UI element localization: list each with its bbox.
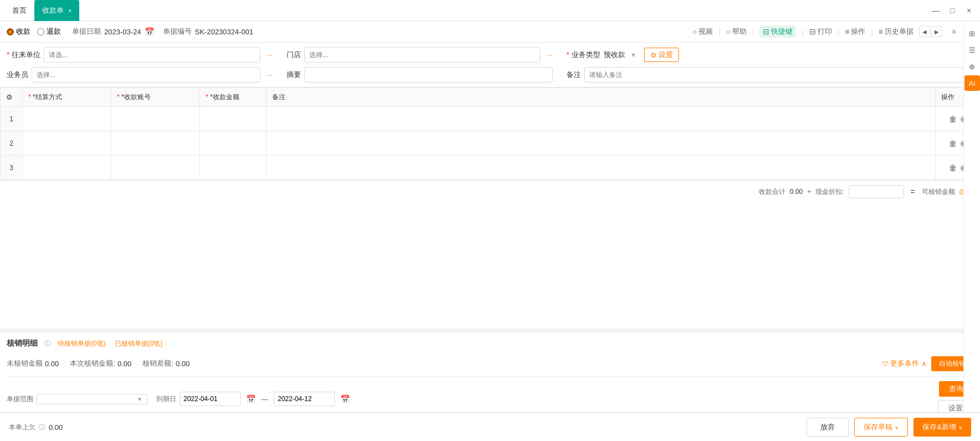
bottom-right: 放弃 保存草稿 ∨ 保存&新增 ∨ <box>807 418 971 437</box>
delete-row-icon[interactable]: 🗑 <box>949 115 957 124</box>
table-settings-th[interactable]: ⚙ <box>1 88 23 107</box>
store-label: 门店 <box>287 50 301 60</box>
close-window-button[interactable]: × <box>962 4 976 17</box>
note-input[interactable] <box>584 67 973 83</box>
save-draft-button[interactable]: 保存草稿 ∨ <box>854 418 908 437</box>
video-icon: ○ <box>692 27 697 36</box>
list-layout-btn[interactable]: ≡ <box>948 25 960 38</box>
prev-arrow[interactable]: ◀ <box>919 26 930 37</box>
shortcut-tool[interactable]: ⊟ 快捷键 <box>759 25 796 38</box>
bottom-left: 本单上欠 ⓘ 0.00 <box>9 423 63 432</box>
minimize-button[interactable]: — <box>929 4 942 17</box>
date-to-input[interactable] <box>274 392 335 406</box>
equals-sign: = <box>911 187 915 196</box>
discount-input[interactable] <box>849 185 904 198</box>
row-num-1: 1 <box>1 107 23 131</box>
unverified-label: 未核销金额 <box>7 358 43 368</box>
delete-row-2-icon[interactable]: 🗑 <box>949 139 957 148</box>
counterpart-more-icon[interactable]: ··· <box>266 50 273 59</box>
maximize-button[interactable]: □ <box>946 4 959 17</box>
header-meta: 单据日期 2023-03-24 📅 单据编号 SK-20230324-001 <box>72 27 681 37</box>
filter-icon: ▽ <box>882 360 888 368</box>
note-field: 备注 <box>566 67 973 83</box>
more-conditions-label: 更多条件 <box>890 358 919 368</box>
table-row: 3 🗑 ⊕ <box>1 156 980 180</box>
staff-more-icon[interactable]: ··· <box>266 70 273 79</box>
receipt-radio[interactable]: 收款 <box>7 27 30 37</box>
sidebar-list-icon[interactable]: ☰ <box>964 42 980 58</box>
print-label: 打印 <box>818 27 832 37</box>
number-label: 单据编号 <box>163 27 192 37</box>
date-label: 到期日 <box>156 394 176 404</box>
header-tools: ○ 视频 | ○ 帮助 | ⊟ 快捷键 | ⊟ 打印 | ≡ 操作 | <box>692 25 973 38</box>
row-remark-3[interactable] <box>267 156 936 180</box>
summary-input[interactable] <box>304 67 553 83</box>
close-tab-icon[interactable]: × <box>68 7 72 14</box>
date-from-input[interactable] <box>180 392 241 406</box>
calendar-icon[interactable]: 📅 <box>145 27 154 36</box>
bottom-bar: 本单上欠 ⓘ 0.00 放弃 保存草稿 ∨ 保存&新增 ∨ <box>0 412 980 441</box>
pending-tab[interactable]: 待核销单据(0笔) <box>58 339 106 348</box>
top-nav: 首页 收款单 × — □ × <box>0 0 980 21</box>
chevron-up-icon: ∧ <box>921 360 927 368</box>
video-tool[interactable]: ○ 视频 <box>692 27 713 37</box>
row-amount-2[interactable] <box>200 131 267 156</box>
more-conditions-btn[interactable]: ▽ 更多条件 ∧ <box>882 358 927 368</box>
row-remark-1[interactable] <box>267 107 936 131</box>
store-input[interactable] <box>304 47 540 63</box>
row-settle-1[interactable] <box>23 107 111 131</box>
row-settle-3[interactable] <box>23 156 111 180</box>
row-amount-3[interactable] <box>200 156 267 180</box>
save-draft-arrow-icon: ∨ <box>895 424 899 430</box>
operation-tool[interactable]: ≡ 操作 <box>845 27 865 37</box>
print-tool[interactable]: ⊟ 打印 <box>809 27 832 37</box>
refund-label: 退款 <box>47 27 61 37</box>
store-field: 门店 ··· <box>287 47 553 63</box>
owe-info-icon[interactable]: ⓘ <box>39 423 45 432</box>
number-field: 单据编号 SK-20230324-001 <box>163 27 254 37</box>
business-type-label: 业务类型 <box>566 50 600 60</box>
business-type-arrow[interactable]: ▼ <box>631 52 636 58</box>
counterpart-input[interactable] <box>44 47 261 63</box>
row-settle-2[interactable] <box>23 131 111 156</box>
row-num-2: 2 <box>1 131 23 156</box>
nuclear-actions: ▽ 更多条件 ∧ 自动核销 <box>882 356 973 371</box>
sidebar-table-icon[interactable]: ⊞ <box>964 25 980 41</box>
nuclear-info-icon[interactable]: ⓘ <box>44 339 51 348</box>
row-amount-1[interactable] <box>200 107 267 131</box>
done-tab[interactable]: 已核销单据(0笔) <box>115 339 163 348</box>
delete-row-3-icon[interactable]: 🗑 <box>949 163 957 172</box>
nav-tab-home[interactable]: 首页 <box>4 0 34 21</box>
save-new-button[interactable]: 保存&新增 ∨ <box>913 418 971 437</box>
range-select-arrow: ▼ <box>137 396 142 402</box>
settings-button[interactable]: ⚙ 设置 <box>644 48 679 62</box>
cal-to-icon[interactable]: 📅 <box>340 394 350 403</box>
business-type-field: 业务类型 预收款 ▼ ⚙ 设置 <box>566 48 744 62</box>
row-account-1[interactable] <box>111 107 200 131</box>
cal-from-icon[interactable]: 📅 <box>246 394 256 403</box>
next-arrow[interactable]: ▶ <box>931 26 942 37</box>
help-tool[interactable]: ○ 帮助 <box>726 27 747 37</box>
current-owe-label: 本单上欠 <box>9 423 35 432</box>
staff-input[interactable] <box>32 67 261 83</box>
nav-tab-receipt[interactable]: 收款单 × <box>34 0 79 21</box>
summary-field: 摘要 <box>287 67 553 83</box>
store-more-icon[interactable]: ··· <box>546 50 553 59</box>
table-icon: ⊞ <box>969 29 975 38</box>
row-account-2[interactable] <box>111 131 200 156</box>
history-tool[interactable]: ≡ 历史单据 <box>879 27 913 37</box>
nuclear-stats: 未核销金额 0.00 本次核销金额: 0.00 核销差额: 0.00 <box>7 355 190 372</box>
row-remark-2[interactable] <box>267 131 936 156</box>
refund-radio[interactable]: 退款 <box>37 27 61 37</box>
diff-label: 核销差额: <box>142 358 173 368</box>
range-select[interactable]: ▼ <box>37 394 147 404</box>
receipt-label: 收款 <box>16 27 30 37</box>
row-num-3: 3 <box>1 156 23 180</box>
history-label: 历史单据 <box>885 27 913 37</box>
row-account-3[interactable] <box>111 156 200 180</box>
sidebar-link-icon[interactable]: ⊕ <box>964 59 980 74</box>
abandon-button[interactable]: 放弃 <box>807 418 849 437</box>
range-filter: 单据范围 ▼ <box>7 394 147 404</box>
summary-label: 摘要 <box>287 70 301 80</box>
sidebar-ai-icon[interactable]: Ai <box>964 75 980 91</box>
